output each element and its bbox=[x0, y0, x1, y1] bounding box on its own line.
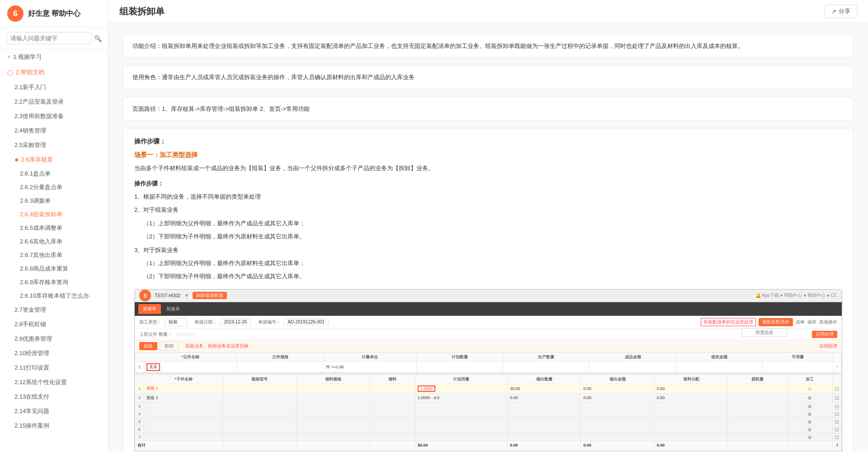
path-text: 页面路径：1、库存核算->库存管理->组装拆卸单 2、首页->常用功能 bbox=[132, 105, 310, 112]
intro-block: 功能介绍：组装拆卸单用来处理企业组装或拆卸等加工业务，支持有固定装配清单的产品加… bbox=[123, 34, 854, 58]
nav-label: 2.帮助文档 bbox=[16, 68, 44, 76]
table-row: 1 关木 件 >=1.00 bbox=[135, 362, 842, 372]
step3-1: （1）上部明细为父件明细，最终作为原材料生成其它出库单； bbox=[134, 258, 842, 268]
col-pick: 领料 bbox=[370, 375, 415, 384]
prod-qty-cell bbox=[503, 362, 590, 372]
sidebar-item-inventory[interactable]: ● 2.6库存核算 bbox=[0, 152, 108, 167]
action-cell: ⁝ bbox=[833, 362, 842, 372]
sidebar-item-coupon[interactable]: 2.9优惠券管理 bbox=[0, 332, 108, 346]
logo-text: 好生意 帮助中心 bbox=[28, 9, 80, 19]
sidebar-item-install[interactable]: 2.2产品安装及登录 bbox=[0, 95, 108, 109]
col-plan-qty: 计划数量 bbox=[416, 352, 503, 362]
inventory-label: 2.6库存核算 bbox=[21, 156, 53, 164]
sidebar-item-finance[interactable]: 2.7资金管理 bbox=[0, 303, 108, 317]
main-content: 组装拆卸单 ↗ 分享 功能介绍：组装拆卸单用来处理企业组装或拆卸等加工业务，支持… bbox=[108, 0, 868, 452]
amount-cell bbox=[590, 362, 676, 372]
save-label: 保存 bbox=[807, 319, 816, 325]
real-amount-cell bbox=[676, 362, 762, 372]
content-area: 功能介绍：组装拆卸单用来处理企业组装或拆卸等加工业务，支持有固定装配清单的产品加… bbox=[108, 23, 868, 452]
search-icon[interactable]: 🔍 bbox=[94, 35, 102, 42]
sidebar-item-assembly[interactable]: 2.6.4组装拆卸单 bbox=[0, 208, 108, 221]
col-sub-name: *子件名称 bbox=[144, 375, 223, 384]
step2: 2、对于组装业务 bbox=[134, 205, 842, 215]
role-block: 使用角色：通常由生产人员或库管人员完成拆装业务的操作，库管人员确认原材料的出库和… bbox=[123, 65, 854, 89]
col-return: 退料分配 bbox=[654, 375, 727, 384]
refresh-btn[interactable]: 刷新最新数据 bbox=[193, 292, 227, 299]
tab-active[interactable]: 新建单 bbox=[138, 304, 161, 314]
sub-name-cell: 面板 1 bbox=[144, 384, 223, 393]
sidebar-item-stockcheck[interactable]: 2.6.9库存账本查询 bbox=[0, 276, 108, 289]
table-row: 2 面板 2 1.0000 - 4.0 0.00 0.00 0.00 bbox=[135, 393, 842, 402]
sidebar-item-cases[interactable]: 2.15操作案例 bbox=[0, 419, 108, 433]
disassembly-tab[interactable]: 拆卸 bbox=[160, 342, 179, 351]
sidebar-item-operation[interactable]: 2.10经营管理 bbox=[0, 346, 108, 361]
col-out-qty: 领出数量 bbox=[507, 375, 580, 384]
sidebar-item-print[interactable]: 2.11打印设置 bbox=[0, 361, 108, 375]
doc-date-label: 单据日期： bbox=[194, 319, 217, 325]
parent-count bbox=[176, 333, 195, 335]
sidebar-item-onlinepay[interactable]: 2.13在线支付 bbox=[0, 390, 108, 404]
sidebar-item-purchase[interactable]: 2.5采购管理 bbox=[0, 138, 108, 152]
ann2-label: 组装业务、拆卸业务在这里切换 bbox=[185, 343, 249, 349]
inventory-dot: ● bbox=[14, 156, 19, 164]
share-label: 分享 bbox=[839, 7, 850, 15]
sidebar-item-custom[interactable]: 2.12系统个性化设置 bbox=[0, 375, 108, 390]
sub-name-cell2: 面板 2 bbox=[144, 393, 223, 402]
ops-title: 操作步骤： bbox=[134, 138, 842, 146]
path-block: 页面路径：1、库存核算->库存管理->组装拆卸单 2、首页->常用功能 bbox=[123, 97, 854, 121]
table-row: 6 ◎ bbox=[135, 425, 842, 433]
scene1-desc: 当由多个子件材料组装成一个成品的业务为【组装】业务，当由一个父件拆分成多个子产品… bbox=[134, 163, 842, 173]
table-row: 7 ◎ bbox=[135, 433, 842, 441]
table-row: 1 面板 1 1.0000 30.00 0.00 bbox=[135, 384, 842, 393]
sidebar-item-docs[interactable]: ◯ 2.帮助文档 bbox=[0, 65, 108, 80]
col-available: 可用量 bbox=[763, 352, 833, 362]
ann3-label: 启用处理 bbox=[819, 343, 837, 349]
search-input[interactable] bbox=[6, 32, 91, 44]
step3: 3、对于拆装业务 bbox=[134, 245, 842, 255]
pick-bom-btn[interactable]: 领取装配清单 bbox=[759, 318, 793, 326]
ann1-label: 有装配清单的在这里处理 bbox=[701, 318, 756, 326]
step3-2: （2）下部明细为子件明细，最终作为产成品生成其它入库单。 bbox=[134, 271, 842, 281]
sidebar-item-costadj[interactable]: 2.6.5成本调整单 bbox=[0, 221, 108, 235]
sidebar-item-mobile[interactable]: 2.8手机旺铺 bbox=[0, 317, 108, 332]
sidebar-item-newuser[interactable]: 2.1新手入门 bbox=[0, 80, 108, 95]
sidebar-item-video[interactable]: + 1.视频学习 bbox=[0, 49, 108, 65]
parent-name-highlighted: 关木 bbox=[146, 363, 160, 371]
sidebar-item-faq[interactable]: 2.14常见问题 bbox=[0, 404, 108, 419]
col-action bbox=[833, 352, 842, 362]
sidebar-item-stockfix[interactable]: 2.6.10库存账本错了怎么办 bbox=[0, 289, 108, 303]
logo-icon: 6 bbox=[7, 5, 24, 22]
sidebar-item-otheroutput[interactable]: 2.6.7其他出库单 bbox=[0, 248, 108, 262]
sidebar-item-transfer[interactable]: 2.6.3调拨单 bbox=[0, 194, 108, 208]
col-amount: 成品金额 bbox=[590, 352, 676, 362]
sidebar-item-stocktake[interactable]: 2.6.1盘点单 bbox=[0, 167, 108, 181]
assembly-tab[interactable]: 组装 bbox=[139, 342, 157, 350]
table-row: 4 ◎ bbox=[135, 410, 842, 418]
col-sub-spec: 规格型号 bbox=[223, 375, 296, 384]
col-parent-spec: 父件规格 bbox=[237, 352, 323, 362]
sidebar-item-merchandisecost[interactable]: 2.6.8商品成本重算 bbox=[0, 262, 108, 276]
page-title: 组装拆卸单 bbox=[119, 5, 165, 18]
sidebar-item-partialstock[interactable]: 2.6.2分量盘点单 bbox=[0, 181, 108, 194]
sidebar-item-otherinput[interactable]: 2.6.6其他入库单 bbox=[0, 235, 108, 248]
select-label: 选单 bbox=[796, 319, 805, 325]
col-plan-use: 计划用量 bbox=[415, 375, 507, 384]
col-prod-qty: 生产数量 bbox=[503, 352, 590, 362]
use-process-btn[interactable]: 启用处理 bbox=[812, 331, 837, 338]
sidebar-item-sales[interactable]: 2.4销售管理 bbox=[0, 124, 108, 138]
ops-block: 操作步骤： 场景一：加工类型选择 当由多个子件材料组装成一个成品的业务为【组装】… bbox=[123, 128, 854, 452]
sidebar: 6 好生意 帮助中心 🔍 + 1.视频学习 ◯ 2.帮助文档 2.1新手入门 2… bbox=[0, 0, 108, 452]
tab-list[interactable]: 新建单 bbox=[162, 304, 184, 314]
role-text: 使用角色：通常由生产人员或库管人员完成拆装业务的操作，库管人员确认原材料的出库和… bbox=[132, 74, 415, 81]
nav-label: 1.视频学习 bbox=[13, 53, 42, 61]
expand-icon: ◯ bbox=[7, 69, 13, 76]
parent-name-cell: 关木 bbox=[144, 362, 237, 372]
sidebar-header: 6 好生意 帮助中心 bbox=[0, 0, 108, 28]
nav-section: + 1.视频学习 ◯ 2.帮助文档 2.1新手入门 2.2产品安装及登录 2.3… bbox=[0, 49, 108, 433]
doc-type-label: 加工类型： bbox=[139, 319, 162, 325]
parent-count-label: 上部父件 数量： bbox=[139, 331, 172, 338]
share-button[interactable]: ↗ 分享 bbox=[825, 5, 857, 18]
search-box: 🔍 bbox=[0, 28, 108, 49]
sidebar-item-prepare[interactable]: 2.3使用前数据准备 bbox=[0, 109, 108, 124]
col-process: 加工 bbox=[787, 375, 832, 384]
